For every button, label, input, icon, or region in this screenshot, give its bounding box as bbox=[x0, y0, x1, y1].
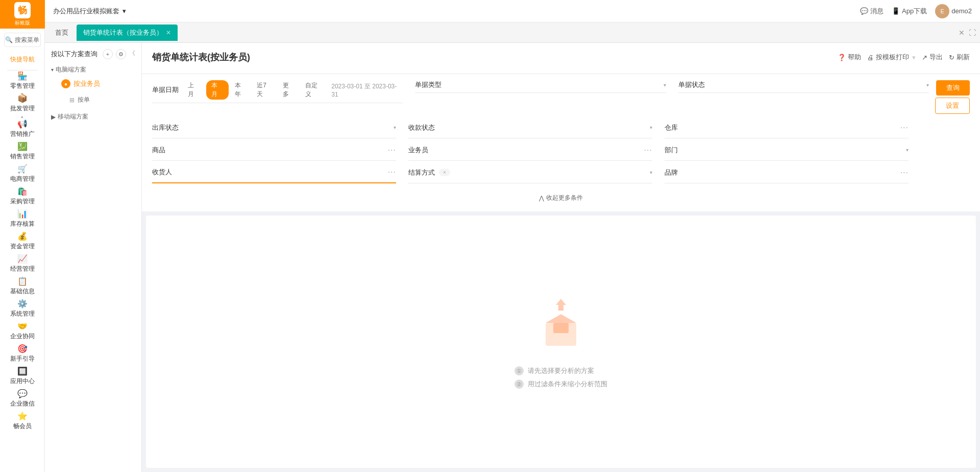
download-icon: 📱 bbox=[892, 7, 900, 15]
department-filter[interactable]: 部门 ▾ bbox=[665, 143, 909, 161]
department-control[interactable]: ▾ bbox=[684, 147, 909, 153]
mobile-group-title[interactable]: ▶ 移动端方案 bbox=[51, 110, 135, 123]
doc-type-control[interactable]: ▾ bbox=[448, 82, 666, 88]
sidebar-item-member[interactable]: ⭐ 畅会员 bbox=[0, 410, 45, 432]
out-status-filter[interactable]: 出库状态 ▾ bbox=[152, 120, 396, 138]
receipt-status-filter[interactable]: 收款状态 ▾ bbox=[408, 120, 652, 138]
salesperson-filter[interactable]: 业务员 ··· bbox=[408, 143, 652, 161]
help-button[interactable]: ❓ 帮助 bbox=[838, 53, 861, 62]
doc-type-filter[interactable]: 单据类型 ▾ bbox=[415, 80, 666, 93]
collapse-filters-button[interactable]: ⋀ 收起更多条件 bbox=[536, 191, 586, 205]
scheme-item-by-salesperson[interactable]: ● 按业务员 bbox=[51, 76, 135, 91]
collapse-left-panel-button[interactable]: 《 bbox=[129, 49, 135, 59]
date-filter-inner: 单据日期 上月 本月 本年 近7天 更多 自定义 2023-03-01 至 20… bbox=[152, 80, 403, 100]
sidebar-item-cooperation[interactable]: 🤝 企业协同 bbox=[0, 320, 45, 342]
maximize-window-button[interactable]: ⛶ bbox=[969, 29, 976, 37]
basic-icon: 📋 bbox=[17, 276, 28, 286]
main-area: 办公用品行业模拟账套 ▾ 💬 消息 📱 App下载 E demo2 首页 bbox=[45, 0, 980, 472]
consignee-filter[interactable]: 收货人 ··· bbox=[152, 165, 396, 183]
sidebar-item-apps[interactable]: 🔲 应用中心 bbox=[0, 365, 45, 387]
report-header: 销货单统计表(按业务员) ❓ 帮助 🖨 按模板打印 ▾ ↗ bbox=[142, 43, 980, 74]
settlement-filter[interactable]: 结算方式 × ▾ bbox=[408, 165, 652, 183]
brand-control[interactable]: ··· bbox=[684, 168, 909, 177]
goods-filter[interactable]: 商品 ··· bbox=[152, 143, 396, 161]
receipt-status-control[interactable]: ▾ bbox=[443, 125, 652, 130]
search-menu-button[interactable]: 🔍 搜索菜单 bbox=[4, 33, 41, 47]
retail-icon: 🏪 bbox=[17, 71, 28, 81]
message-button[interactable]: 💬 消息 bbox=[860, 7, 884, 16]
sidebar-item-sales[interactable]: 💹 销售管理 bbox=[0, 140, 45, 162]
sidebar-item-marketing[interactable]: 📢 营销推广 bbox=[0, 117, 45, 140]
goods-control[interactable]: ··· bbox=[172, 146, 396, 155]
out-status-control[interactable]: ▾ bbox=[187, 125, 396, 130]
workspace-title[interactable]: 办公用品行业模拟账套 ▾ bbox=[53, 7, 126, 16]
sidebar-item-retail[interactable]: 🏪 零售管理 ▾ bbox=[0, 73, 45, 95]
sidebar-logo[interactable]: 畅 标账版 bbox=[0, 0, 45, 29]
export-button[interactable]: ↗ 导出 bbox=[922, 53, 943, 62]
doc-status-control[interactable]: ▾ bbox=[711, 82, 929, 88]
sidebar-item-label-system: 系统管理 bbox=[10, 310, 35, 318]
refresh-icon: ↻ bbox=[949, 54, 954, 61]
settlement-label: 结算方式 bbox=[408, 168, 435, 177]
set-button[interactable]: 设置 bbox=[935, 98, 970, 114]
settlement-control[interactable]: ▾ bbox=[454, 170, 652, 175]
wechat-icon: 💬 bbox=[17, 389, 28, 398]
print-icon: 🖨 bbox=[867, 54, 874, 61]
filter-section: 单据日期 上月 本月 本年 近7天 更多 自定义 2023-03-01 至 20… bbox=[142, 74, 980, 211]
sub-icon: ⊞ bbox=[69, 97, 75, 104]
salesperson-control[interactable]: ··· bbox=[433, 146, 652, 155]
consignee-label: 收货人 bbox=[152, 168, 173, 177]
svg-marker-1 bbox=[546, 314, 576, 323]
scheme-sub-by-salesperson: ⊞ 按单 bbox=[51, 91, 135, 108]
brand-filter[interactable]: 品牌 ··· bbox=[665, 165, 909, 183]
sidebar-item-basic[interactable]: 📋 基础信息 bbox=[0, 275, 45, 297]
sidebar-item-newbie[interactable]: 🎯 新手引导 bbox=[0, 342, 45, 365]
tab-close-button[interactable]: ✕ bbox=[166, 29, 171, 36]
sidebar-shortcut[interactable]: 快捷导航 bbox=[0, 51, 44, 68]
tab-home[interactable]: 首页 bbox=[49, 25, 75, 41]
tab-report[interactable]: 销货单统计表（按业务员） ✕ bbox=[77, 25, 178, 41]
sidebar-item-ecommerce[interactable]: 🛒 电商管理 bbox=[0, 162, 45, 185]
date-btn-last-month[interactable]: 上月 bbox=[184, 80, 204, 100]
sidebar-item-operation[interactable]: 📈 经营管理 bbox=[0, 252, 45, 275]
date-btn-this-year[interactable]: 本年 bbox=[231, 80, 251, 100]
date-btn-7days[interactable]: 近7天 bbox=[253, 80, 276, 100]
date-btn-more[interactable]: 更多 bbox=[279, 80, 299, 100]
refresh-label: 刷新 bbox=[957, 53, 970, 62]
warehouse-control[interactable]: ··· bbox=[684, 123, 909, 132]
warehouse-filter[interactable]: 仓库 ··· bbox=[665, 120, 909, 138]
apps-icon: 🔲 bbox=[17, 366, 28, 376]
finance-icon: 💰 bbox=[17, 231, 28, 241]
inventory-icon: 📊 bbox=[17, 209, 28, 219]
export-label: 导出 bbox=[929, 53, 943, 62]
svg-rect-2 bbox=[553, 323, 569, 333]
doc-status-filter[interactable]: 单据状态 ▾ bbox=[678, 80, 929, 93]
app-download-button[interactable]: 📱 App下载 bbox=[892, 7, 927, 16]
date-btn-custom[interactable]: 自定义 bbox=[301, 80, 328, 100]
consignee-control[interactable]: ··· bbox=[177, 168, 396, 177]
consignee-dots: ··· bbox=[388, 168, 396, 177]
user-profile[interactable]: E demo2 bbox=[935, 4, 972, 18]
sidebar-item-inventory[interactable]: 📊 库存核算 bbox=[0, 207, 45, 230]
sidebar-item-label-wholesale: 批发管理 bbox=[10, 104, 35, 113]
sidebar-item-label-basic: 基础信息 bbox=[10, 287, 35, 296]
pc-group-title[interactable]: ▾ 电脑端方案 bbox=[51, 63, 135, 76]
add-scheme-button[interactable]: + bbox=[103, 49, 113, 59]
close-window-button[interactable]: ✕ bbox=[959, 29, 965, 37]
sidebar-item-label-purchase: 采购管理 bbox=[10, 197, 35, 206]
date-btn-this-month[interactable]: 本月 bbox=[206, 80, 229, 100]
avatar: E bbox=[935, 4, 949, 18]
left-panel: 按以下方案查询 + ⚙ 《 ▾ 电脑端方案 ● 按业务员 bbox=[45, 43, 142, 472]
sidebar-item-finance[interactable]: 💰 资金管理 bbox=[0, 230, 45, 252]
refresh-button[interactable]: ↻ 刷新 bbox=[949, 53, 970, 62]
print-dropdown-arrow[interactable]: ▾ bbox=[912, 54, 916, 61]
settlement-x[interactable]: × bbox=[443, 170, 446, 175]
query-button[interactable]: 查询 bbox=[936, 80, 970, 96]
sidebar-item-wechat[interactable]: 💬 企业微信 bbox=[0, 387, 45, 410]
settings-scheme-button[interactable]: ⚙ bbox=[116, 49, 126, 59]
sidebar-item-wholesale[interactable]: 📦 批发管理 ▴ bbox=[0, 95, 45, 117]
sub-item-by-order[interactable]: ⊞ 按单 bbox=[65, 93, 135, 106]
sidebar-item-purchase[interactable]: 🛍️ 采购管理 bbox=[0, 185, 45, 207]
sidebar-item-system[interactable]: ⚙️ 系统管理 bbox=[0, 297, 45, 320]
template-print-button[interactable]: 🖨 按模板打印 ▾ bbox=[867, 53, 916, 62]
